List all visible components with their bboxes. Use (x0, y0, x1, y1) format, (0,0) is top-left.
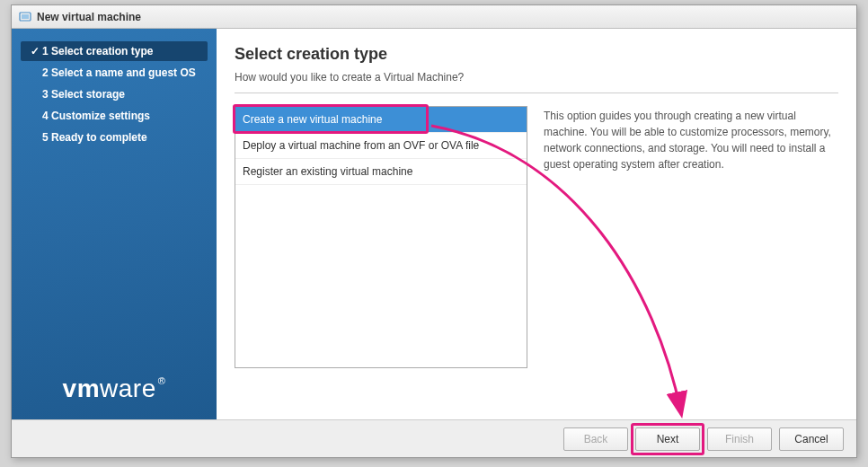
step-label: 5 Ready to complete (42, 131, 147, 144)
svg-rect-1 (22, 14, 29, 19)
content-row: Create a new virtual machineDeploy a vir… (235, 106, 838, 410)
step-label: 2 Select a name and guest OS (42, 66, 196, 79)
wizard-sidebar: ✓1 Select creation type2 Select a name a… (12, 29, 217, 419)
wizard-step-1[interactable]: ✓1 Select creation type (21, 41, 208, 61)
button-bar: Back Next Finish Cancel (12, 419, 856, 457)
creation-options-list[interactable]: Create a new virtual machineDeploy a vir… (235, 106, 527, 368)
dialog-body: ✓1 Select creation type2 Select a name a… (12, 29, 856, 419)
cancel-button[interactable]: Cancel (779, 427, 844, 451)
creation-option-0[interactable]: Create a new virtual machine (235, 107, 527, 133)
page-subtitle: How would you like to create a Virtual M… (235, 71, 838, 93)
step-list: ✓1 Select creation type2 Select a name a… (12, 29, 217, 149)
step-label: 3 Select storage (42, 88, 125, 101)
creation-option-1[interactable]: Deploy a virtual machine from an OVF or … (235, 133, 527, 159)
option-description: This option guides you through creating … (544, 106, 838, 410)
next-button[interactable]: Next (635, 427, 700, 451)
step-label: 4 Customize settings (42, 110, 150, 122)
next-button-wrap: Next (635, 427, 700, 451)
creation-option-2[interactable]: Register an existing virtual machine (235, 159, 527, 185)
finish-button[interactable]: Finish (707, 427, 772, 451)
wizard-step-5[interactable]: 5 Ready to complete (21, 128, 208, 147)
window-title: New virtual machine (37, 11, 141, 23)
wizard-step-4[interactable]: 4 Customize settings (21, 106, 208, 126)
vm-icon (19, 11, 31, 23)
titlebar: New virtual machine (12, 5, 856, 29)
main-panel: Select creation type How would you like … (217, 29, 856, 419)
wizard-step-3[interactable]: 3 Select storage (21, 84, 208, 104)
wizard-dialog: New virtual machine ✓1 Select creation t… (11, 4, 857, 458)
page-heading: Select creation type (235, 45, 838, 64)
step-label: 1 Select creation type (42, 45, 153, 57)
back-button[interactable]: Back (563, 427, 628, 451)
wizard-step-2[interactable]: 2 Select a name and guest OS (21, 63, 208, 83)
checkmark-icon: ✓ (28, 45, 42, 57)
vmware-logo: vmware® (12, 374, 217, 403)
options-wrap: Create a new virtual machineDeploy a vir… (235, 106, 527, 410)
